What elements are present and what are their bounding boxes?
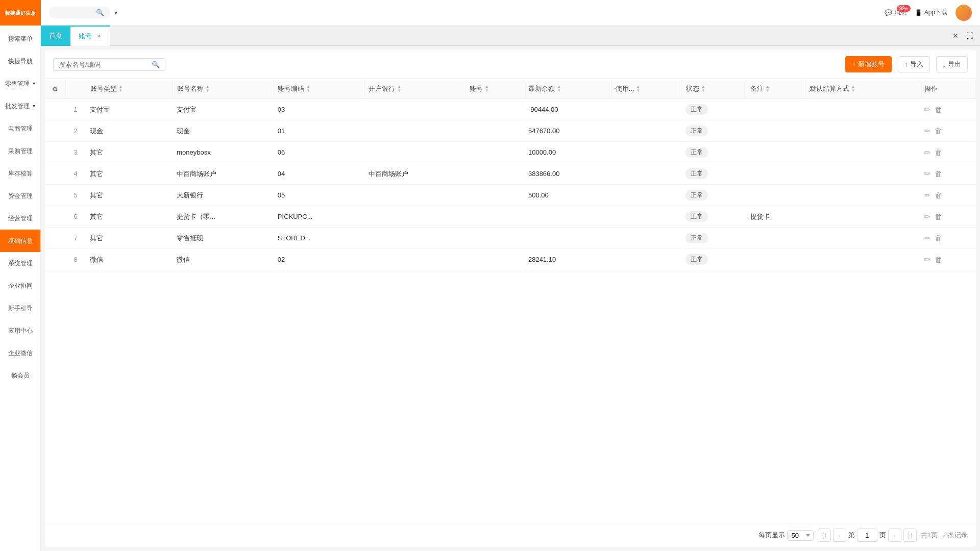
sidebar-item-label-retail: 零售管理 [5, 80, 30, 88]
edit-icon[interactable]: ✏ [924, 148, 930, 157]
sidebar-item-corpwx[interactable]: 企业微信 [0, 342, 40, 364]
sidebar-item-label-corp: 企业协同 [8, 282, 33, 290]
status-badge: 正常 [685, 190, 708, 201]
tab-close-icon[interactable]: × [96, 32, 102, 41]
last-page-button[interactable]: ⟩⟩ [903, 529, 917, 542]
app-label: App下载 [924, 8, 947, 17]
tab-accounts[interactable]: 账号 × [70, 26, 110, 46]
cell-status: 正常 [681, 249, 746, 270]
delete-icon[interactable]: 🗑 [935, 105, 942, 114]
sidebar-item-quick[interactable]: 快捷导航 [0, 50, 40, 72]
message-button[interactable]: 💬 消息 99+ [885, 8, 906, 17]
cell-status: 正常 [681, 163, 746, 185]
cell-code: 01 [274, 120, 364, 142]
delete-icon[interactable]: 🗑 [935, 191, 942, 200]
sidebar-item-system[interactable]: 系统管理 [0, 252, 40, 274]
col-settings-cell [45, 206, 65, 228]
sidebar-item-corp[interactable]: 企业协同 [0, 274, 40, 297]
col-account[interactable]: 账号▲▼ [465, 79, 524, 99]
cell-remark [746, 120, 805, 142]
app-download-button[interactable]: 📱 App下载 [915, 8, 947, 17]
edit-icon[interactable]: ✏ [924, 255, 930, 264]
sidebar-item-label-wholesale: 批发管理 [5, 102, 30, 111]
table-row: 5 其它 大新银行 05 500.00 正常 ✏ 🗑 [45, 185, 976, 206]
avatar[interactable] [955, 5, 972, 21]
sidebar-item-ops[interactable]: 经营管理 [0, 207, 40, 230]
col-settlement[interactable]: 默认结算方式▲▼ [805, 79, 920, 99]
col-action: 操作 [920, 79, 975, 99]
export-button[interactable]: ↓ 导出 [936, 56, 968, 72]
tab-expand-button[interactable]: ⛶ [964, 30, 976, 42]
page-input[interactable] [857, 529, 877, 542]
cell-account [465, 185, 524, 206]
cell-account [465, 142, 524, 163]
edit-icon[interactable]: ✏ [924, 127, 930, 136]
sidebar-item-retail[interactable]: 零售管理▾ [0, 72, 40, 95]
sidebar-item-appstore[interactable]: 应用中心 [0, 319, 40, 342]
cell-action: ✏ 🗑 [920, 249, 975, 270]
cell-code: 05 [274, 185, 364, 206]
row-index: 3 [65, 142, 86, 163]
delete-icon[interactable]: 🗑 [935, 234, 942, 243]
sidebar-item-wholesale[interactable]: 批发管理▾ [0, 95, 40, 117]
header-dropdown[interactable]: ▾ [114, 9, 117, 16]
delete-icon[interactable]: 🗑 [935, 127, 942, 136]
tab-home[interactable]: 首页 [41, 26, 70, 46]
import-button[interactable]: ↑ 导入 [898, 56, 930, 72]
sidebar-item-basic[interactable]: 基础信息 [0, 230, 40, 252]
sidebar-item-inventory[interactable]: 库存核算 [0, 162, 40, 185]
cell-account [465, 99, 524, 120]
first-page-button[interactable]: ⟨⟨ [818, 529, 831, 542]
col-settings-cell [45, 185, 65, 206]
col-remark[interactable]: 备注▲▼ [746, 79, 805, 99]
col-settings-cell [45, 120, 65, 142]
cell-account [465, 249, 524, 270]
edit-icon[interactable]: ✏ [924, 212, 930, 221]
app-logo: 畅捷通好生意 [0, 0, 41, 26]
cell-code: 04 [274, 163, 364, 185]
col-index [65, 79, 86, 99]
add-account-button[interactable]: + 新增账号 [845, 56, 892, 72]
col-code[interactable]: 账号编码▲▼ [274, 79, 364, 99]
sidebar-item-label-search: 搜索菜单 [8, 35, 33, 43]
prev-page-button[interactable]: ‹ [833, 529, 846, 542]
sidebar-item-search[interactable]: 搜索菜单 [0, 28, 40, 50]
cell-type: 微信 [86, 249, 173, 270]
delete-icon[interactable]: 🗑 [935, 212, 942, 221]
edit-icon[interactable]: ✏ [924, 191, 930, 200]
cell-remark [746, 249, 805, 270]
col-usage[interactable]: 使用...▲▼ [611, 79, 681, 99]
col-status[interactable]: 状态▲▼ [681, 79, 746, 99]
delete-icon[interactable]: 🗑 [935, 169, 942, 179]
cell-usage [611, 228, 681, 249]
sidebar-item-guide[interactable]: 新手引导 [0, 297, 40, 319]
sidebar-item-finance[interactable]: 资金管理 [0, 185, 40, 207]
cell-usage [611, 206, 681, 228]
sidebar-item-ecom[interactable]: 电商管理 [0, 117, 40, 140]
sidebar-item-member[interactable]: 畅会员 [0, 364, 40, 387]
next-page-button[interactable]: › [888, 529, 901, 542]
cell-action: ✏ 🗑 [920, 206, 975, 228]
sidebar-item-label-ops: 经营管理 [8, 214, 33, 223]
tab-actions: ✕ ⛶ [949, 30, 980, 42]
edit-icon[interactable]: ✏ [924, 105, 930, 114]
edit-icon[interactable]: ✏ [924, 169, 930, 179]
header-search-input[interactable] [55, 9, 96, 16]
sidebar-item-purchase[interactable]: 采购管理 [0, 140, 40, 162]
col-bank[interactable]: 开户银行▲▼ [364, 79, 465, 99]
col-type[interactable]: 账号类型▲▼ [86, 79, 173, 99]
tab-close-button[interactable]: ✕ [949, 30, 962, 42]
delete-icon[interactable]: 🗑 [935, 148, 942, 157]
search-input[interactable] [59, 61, 149, 68]
delete-icon[interactable]: 🗑 [935, 255, 942, 264]
cell-type: 其它 [86, 185, 173, 206]
cell-status: 正常 [681, 228, 746, 249]
col-settings-cell [45, 228, 65, 249]
col-balance[interactable]: 最新余额▲▼ [524, 79, 611, 99]
edit-icon[interactable]: ✏ [924, 234, 930, 243]
page-size-select[interactable]: 50 100 200 [787, 530, 814, 541]
col-settings[interactable]: ⚙ [45, 79, 65, 99]
col-name[interactable]: 账号名称▲▼ [173, 79, 274, 99]
cell-balance: 547670.00 [524, 120, 611, 142]
cell-usage [611, 99, 681, 120]
